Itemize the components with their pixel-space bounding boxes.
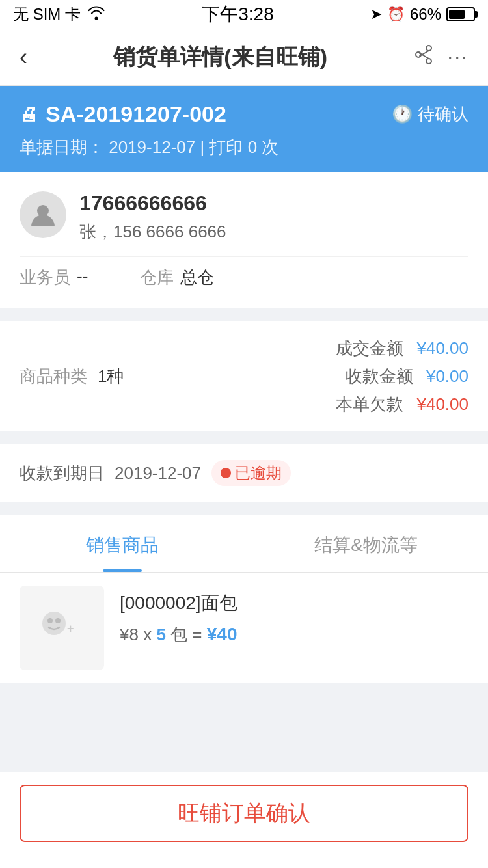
summary-left: 商品种类 1种	[20, 365, 124, 388]
due-date-value: 2019-12-07	[115, 463, 201, 483]
svg-point-6	[55, 618, 61, 623]
due-date-section: 收款到期日 2019-12-07 已逾期	[0, 444, 488, 502]
order-date-line: 单据日期： 2019-12-07 | 打印 0 次	[20, 136, 468, 159]
customer-name-phone: 张，156 6666 6666	[79, 221, 468, 243]
warehouse-item: 仓库 总仓	[140, 266, 214, 289]
order-id-text: SA-20191207-002	[46, 102, 226, 127]
product-logo-icon: +	[36, 605, 88, 651]
page-title: 销货单详情(来自旺铺)	[113, 42, 327, 72]
print-unit: 次	[262, 137, 278, 157]
warehouse-value: 总仓	[180, 266, 214, 289]
customer-phone: 17666666666	[79, 191, 468, 215]
bottom-bar: 旺铺订单确认	[0, 772, 488, 868]
type-label: 商品种类	[20, 365, 87, 388]
owed-label: 本单欠款	[336, 393, 403, 416]
tab-sales-goods[interactable]: 销售商品	[0, 515, 244, 572]
product-total: ¥40	[207, 624, 237, 644]
carrier-text: 无 SIM 卡	[13, 4, 81, 25]
status-bar-time: 下午3:28	[202, 2, 274, 27]
times-sign: x	[143, 625, 156, 644]
order-header-card: 🖨 SA-20191207-002 🕐 待确认 单据日期： 2019-12-07…	[0, 86, 488, 172]
battery-tip	[475, 11, 478, 18]
status-bar-right: ➤ ⏰ 66%	[370, 5, 475, 23]
product-list: + [0000002]面包 ¥8 x 5 包 = ¥40	[0, 573, 488, 683]
order-date: 2019-12-07	[109, 137, 195, 157]
order-header-top: 🖨 SA-20191207-002 🕐 待确认	[20, 102, 468, 127]
received-value: ¥0.00	[426, 366, 468, 387]
overdue-badge: 已逾期	[211, 460, 291, 486]
customer-info-row: 17666666666 张，156 6666 6666	[20, 191, 468, 243]
amount-value: ¥40.00	[416, 338, 468, 359]
svg-point-2	[416, 52, 421, 57]
svg-point-4	[42, 612, 66, 635]
battery-percentage: 66%	[410, 5, 441, 23]
amount-label: 成交金额	[336, 337, 403, 360]
overdue-dot-icon	[221, 468, 231, 478]
equals-sign: =	[192, 625, 206, 644]
received-item: 收款金额 ¥0.00	[346, 365, 468, 388]
overdue-text: 已逾期	[235, 463, 282, 483]
customer-details: 17666666666 张，156 6666 6666	[79, 191, 468, 243]
type-value: 1种	[98, 365, 124, 388]
battery-icon	[446, 7, 475, 21]
wifi-icon	[87, 5, 105, 23]
product-image: +	[20, 586, 104, 670]
print-count: 0	[248, 137, 257, 157]
amount-item: 成交金额 ¥40.00	[336, 337, 468, 360]
summary-section: 商品种类 1种 成交金额 ¥40.00 收款金额 ¥0.00 本单欠款 ¥40.…	[0, 321, 488, 431]
date-label: 单据日期：	[20, 137, 104, 157]
svg-point-5	[47, 618, 53, 623]
summary-row: 商品种类 1种 成交金额 ¥40.00 收款金额 ¥0.00 本单欠款 ¥40.…	[20, 337, 468, 416]
status-text: 待确认	[418, 103, 468, 126]
order-id-icon: 🖨	[20, 103, 38, 125]
more-button[interactable]: ···	[447, 45, 468, 69]
location-icon: ➤	[370, 6, 382, 23]
order-id: 🖨 SA-20191207-002	[20, 102, 226, 127]
status-bar-left: 无 SIM 卡	[13, 4, 105, 25]
unit-price: ¥8	[120, 625, 139, 644]
status-bar: 无 SIM 卡 下午3:28 ➤ ⏰ 66%	[0, 0, 488, 29]
svg-text:+: +	[67, 622, 74, 635]
owed-item: 本单欠款 ¥40.00	[336, 393, 468, 416]
tab-settlement[interactable]: 结算&物流等	[244, 515, 488, 572]
product-details: [0000002]面包 ¥8 x 5 包 = ¥40	[120, 586, 468, 646]
order-status: 🕐 待确认	[392, 103, 468, 126]
print-label: | 打印	[200, 137, 247, 157]
product-price: ¥8 x 5 包 = ¥40	[120, 623, 468, 646]
salesperson-label: 业务员	[20, 266, 70, 289]
svg-point-0	[426, 46, 431, 51]
back-button[interactable]: ‹	[20, 44, 27, 71]
product-quantity: 5	[156, 625, 165, 644]
tabs-section: 销售商品 结算&物流等	[0, 515, 488, 573]
alarm-icon: ⏰	[387, 6, 405, 23]
product-item: + [0000002]面包 ¥8 x 5 包 = ¥40	[20, 586, 468, 670]
due-date-label: 收款到期日	[20, 462, 104, 485]
battery-fill	[449, 10, 465, 19]
summary-right: 成交金额 ¥40.00 收款金额 ¥0.00 本单欠款 ¥40.00	[336, 337, 468, 416]
received-label: 收款金额	[346, 365, 413, 388]
share-button[interactable]	[413, 44, 434, 70]
unit-text: 包	[170, 625, 187, 644]
nav-actions: ···	[413, 44, 468, 70]
salesperson-item: 业务员 --	[20, 266, 88, 289]
warehouse-label: 仓库	[140, 266, 174, 289]
svg-point-1	[426, 59, 431, 64]
customer-meta: 业务员 -- 仓库 总仓	[20, 256, 468, 289]
customer-avatar	[20, 191, 66, 238]
customer-section: 17666666666 张，156 6666 6666 业务员 -- 仓库 总仓	[0, 172, 488, 308]
tabs-header: 销售商品 结算&物流等	[0, 515, 488, 573]
status-clock-icon: 🕐	[392, 104, 413, 124]
owed-value: ¥40.00	[416, 394, 468, 414]
confirm-order-button[interactable]: 旺铺订单确认	[20, 785, 468, 842]
salesperson-value: --	[77, 266, 88, 289]
product-name: [0000002]面包	[120, 591, 468, 616]
nav-bar: ‹ 销货单详情(来自旺铺) ···	[0, 29, 488, 86]
